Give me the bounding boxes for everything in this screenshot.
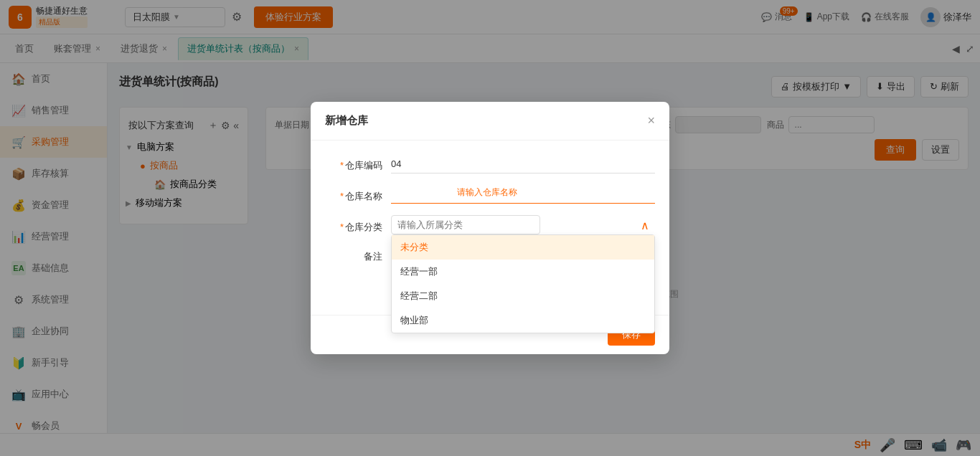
dropdown-item-dept2[interactable]: 经营二部 [392,284,654,308]
dialog-header: 新增仓库 × [311,102,669,141]
warehouse-name-label: *仓库名称 [325,186,382,203]
dropdown-item-dept3[interactable]: 物业部 [392,308,654,333]
category-arrow-icon: ∧ [641,218,649,232]
warehouse-name-input[interactable] [391,185,655,204]
dropdown-item-dept1[interactable]: 经营一部 [392,260,654,284]
warehouse-name-error: 请输入仓库名称 [457,186,517,199]
new-warehouse-dialog: 新增仓库 × *仓库编码 *仓库名称 请输入仓库名称 [311,102,669,354]
warehouse-category-input[interactable] [391,215,540,234]
warehouse-code-label: *仓库编码 [325,155,382,172]
warehouse-name-row: *仓库名称 请输入仓库名称 [325,185,655,204]
remark-label: 备注 [325,246,382,263]
dialog-close-button[interactable]: × [647,113,655,128]
dialog-overlay: 新增仓库 × *仓库编码 *仓库名称 请输入仓库名称 [0,0,980,456]
warehouse-category-row: *仓库分类 ∧ 未分类 经营一部 经营二部 物业部 [325,215,655,234]
dialog-body: *仓库编码 *仓库名称 请输入仓库名称 *仓库分类 [311,141,669,315]
dropdown-item-uncategorized[interactable]: 未分类 [392,235,654,260]
dialog-title: 新增仓库 [325,114,368,128]
warehouse-category-label: *仓库分类 [325,217,382,234]
warehouse-code-input[interactable] [391,155,655,174]
category-dropdown: 未分类 经营一部 经营二部 物业部 [391,234,655,333]
warehouse-code-row: *仓库编码 [325,155,655,174]
